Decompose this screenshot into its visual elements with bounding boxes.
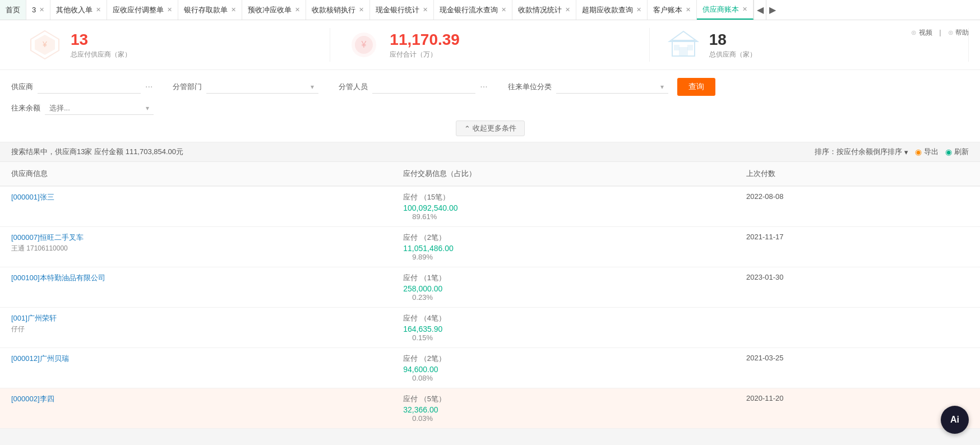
category-chevron-icon: ▾ <box>660 83 664 91</box>
nav-prev-arrow[interactable]: ◀ <box>754 0 766 20</box>
refresh-button[interactable]: ◉ 刷新 <box>945 147 969 157</box>
table-row: [000012]广州贝瑞应付 （2笔）94,600.000.08%2021-03… <box>0 348 980 388</box>
nav-other-income[interactable]: 其他收入单 ✕ <box>50 0 107 20</box>
supplier-cell: [000012]广州贝瑞 <box>0 348 392 388</box>
supplier-link[interactable]: [000100]本特勤油品有限公司 <box>11 274 105 282</box>
pay-percentage: 0.23% <box>412 293 433 302</box>
filter-area: 供应商 ··· 分管部门 ▾ 分管人员 ··· 往来单位分类 ▾ 查询 往来 <box>0 70 980 142</box>
nav-collection[interactable]: 收款核销执行 ✕ <box>306 0 370 20</box>
table-row: [001]广州荣轩仔仔应付 （4笔）164,635.900.15% <box>0 308 980 348</box>
pay-info-cell: 应付 （2笔）94,600.000.08% <box>392 348 735 388</box>
close-icon[interactable]: ✕ <box>742 6 747 13</box>
pay-amount-link[interactable]: 11,051,486.00 <box>403 244 724 253</box>
person-dots-icon[interactable]: ··· <box>480 82 487 92</box>
close-icon[interactable]: ✕ <box>39 6 44 13</box>
pay-amount-link[interactable]: 32,366.00 <box>403 405 724 414</box>
video-link[interactable]: ⊙ 视频 <box>911 28 932 38</box>
close-icon[interactable]: ✕ <box>423 6 428 13</box>
balance-select[interactable]: ▾ <box>45 101 154 115</box>
results-bar: 搜索结果中，供应商13家 应付金额 111,703,854.00元 排序：按应付… <box>0 142 980 162</box>
stat-payable-total: ¥ 11,170.39 应付合计（万） <box>330 28 649 62</box>
nav-next-arrow[interactable]: ▶ <box>766 0 778 20</box>
pay-info-cell: 应付 （4笔）164,635.900.15% <box>392 308 735 348</box>
stat-payable-suppliers: ¥ 13 总应付供应商（家） <box>11 28 330 62</box>
nav-bank-deposit[interactable]: 银行存取款单 ✕ <box>178 0 242 20</box>
table-row: [000100]本特勤油品有限公司应付 （1笔）258,000.000.23%2… <box>0 267 980 308</box>
table-row: [000007]恒旺二手叉车王通 17106110000应付 （2笔）11,05… <box>0 227 980 267</box>
close-icon[interactable]: ✕ <box>686 6 691 13</box>
nav-customer-ledger[interactable]: 客户账本 ✕ <box>648 0 697 20</box>
nav-supplier-ledger[interactable]: 供应商账本 ✕ <box>697 0 754 20</box>
sort-dropdown[interactable]: 排序：按应付余额倒序排序 ▾ <box>815 147 908 157</box>
supplier-link[interactable]: [000002]李四 <box>11 395 54 403</box>
dept-input[interactable] <box>211 82 308 91</box>
close-icon[interactable]: ✕ <box>231 6 236 13</box>
close-icon[interactable]: ✕ <box>636 6 641 13</box>
supplier-cell: [000007]恒旺二手叉车王通 17106110000 <box>0 227 392 267</box>
nav-bank-deposit-label: 银行存取款单 <box>184 5 228 15</box>
nav-cash-bank-flow[interactable]: 现金银行流水查询 ✕ <box>434 0 512 20</box>
table-body: [000001]张三应付 （15笔）100,092,540.0089.61%20… <box>0 186 980 429</box>
last-pay-date: 2023-01-30 <box>746 273 784 281</box>
last-pay-cell: 2023-01-30 <box>735 267 980 308</box>
close-icon[interactable]: ✕ <box>295 6 300 13</box>
collapse-label: 收起更多条件 <box>473 123 516 133</box>
stat-payable-suppliers-label: 总应付供应商（家） <box>71 50 131 59</box>
help-circle-icon: ⊙ <box>948 29 954 36</box>
category-select[interactable]: ▾ <box>556 80 668 94</box>
query-button[interactable]: 查询 <box>677 78 715 96</box>
category-input[interactable] <box>561 82 658 91</box>
dept-select[interactable]: ▾ <box>206 80 318 94</box>
close-icon[interactable]: ✕ <box>167 6 172 13</box>
pay-amount-link[interactable]: 94,600.00 <box>403 365 724 374</box>
pay-amount-link[interactable]: 164,635.90 <box>403 325 724 333</box>
pay-amount-link[interactable]: 258,000.00 <box>403 284 724 293</box>
close-icon[interactable]: ✕ <box>359 6 364 13</box>
dept-chevron-icon: ▾ <box>311 83 314 91</box>
collapse-button[interactable]: ⌃ 收起更多条件 <box>456 120 525 136</box>
help-link[interactable]: ⊙ 帮助 <box>948 28 969 38</box>
nav-collect-stat[interactable]: 收款情况统计 ✕ <box>512 0 576 20</box>
close-icon[interactable]: ✕ <box>501 6 506 13</box>
nav-prepay[interactable]: 预收冲应收单 ✕ <box>242 0 306 20</box>
table-header: 供应商信息 应付交易信息（占比） 上次付数 <box>0 162 980 186</box>
pay-amount-link[interactable]: 100,092,540.00 <box>403 203 724 212</box>
close-icon[interactable]: ✕ <box>565 6 570 13</box>
nav-cash-bank-stat[interactable]: 现金银行统计 ✕ <box>370 0 434 20</box>
nav-home[interactable]: 首页 <box>0 0 26 20</box>
nav-home-label: 首页 <box>6 5 20 15</box>
stat-total-suppliers-number: 18 <box>709 30 756 49</box>
supplier-sub: 王通 17106110000 <box>11 244 381 253</box>
col-supplier-info: 供应商信息 <box>0 162 392 186</box>
last-pay-date: 2021-03-25 <box>746 354 784 362</box>
balance-input[interactable] <box>49 104 144 112</box>
nav-supplier-ledger-label: 供应商账本 <box>702 4 739 15</box>
nav-cash-bank-stat-label: 现金银行统计 <box>376 5 419 15</box>
nav-tab-3[interactable]: 3 ✕ <box>26 0 50 20</box>
stat-total-suppliers-content: 18 总供应商（家） <box>709 30 756 60</box>
nav-overdue[interactable]: 超期应收款查询 ✕ <box>576 0 648 20</box>
pay-label: 应付 （2笔） <box>403 233 446 242</box>
supplier-link[interactable]: [001]广州荣轩 <box>11 314 57 322</box>
results-summary: 搜索结果中，供应商13家 应付金额 111,703,854.00元 <box>11 147 183 157</box>
person-input[interactable] <box>372 80 475 94</box>
supplier-dots-icon[interactable]: ··· <box>145 82 152 92</box>
export-button[interactable]: ◉ 导出 <box>915 147 939 157</box>
supplier-link[interactable]: [000001]张三 <box>11 193 54 201</box>
pay-percentage: 9.89% <box>412 253 433 261</box>
stats-header: ¥ 13 总应付供应商（家） ¥ 11,170.39 应付合计（万） <box>0 20 980 70</box>
filter-row-2: 往来余额 ▾ <box>11 101 969 115</box>
nav-other-income-label: 其他收入单 <box>56 5 93 15</box>
chevron-up-icon: ⌃ <box>464 124 470 133</box>
supplier-link[interactable]: [000012]广州贝瑞 <box>11 354 69 363</box>
stat-payable-total-number: 11,170.39 <box>390 30 460 49</box>
person-label: 分管人员 <box>339 82 368 92</box>
supplier-input[interactable] <box>38 80 141 94</box>
last-pay-cell: 2022-08-08 <box>735 186 980 227</box>
svg-rect-10 <box>687 45 693 50</box>
pay-percentage: 0.03% <box>412 414 433 423</box>
export-label: 导出 <box>924 147 939 157</box>
supplier-link[interactable]: [000007]恒旺二手叉车 <box>11 233 84 242</box>
nav-adjustment[interactable]: 应收应付调整单 ✕ <box>107 0 178 20</box>
close-icon[interactable]: ✕ <box>96 6 101 13</box>
